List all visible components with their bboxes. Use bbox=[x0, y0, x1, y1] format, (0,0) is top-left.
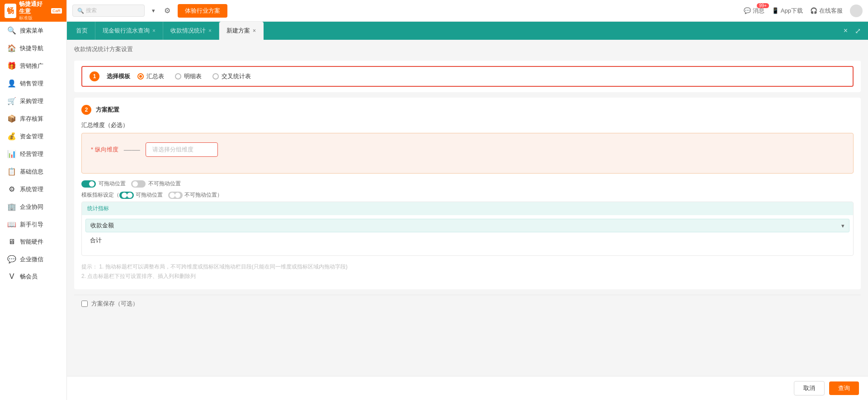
metrics-body: 收款金额 ▾ 合计 bbox=[82, 215, 853, 249]
tips-section: 提示： 1. 拖动标题栏可以调整布局，不可跨维度或指标区域拖动栏目段(只能在同一… bbox=[81, 263, 854, 280]
step1-num: 1 bbox=[90, 71, 99, 81]
tabs-bar: 首页 现金银行流水查询 × 收款情况统计 × 新建方案 × × ⤢ bbox=[67, 22, 868, 40]
tab-close-cashbank[interactable]: × bbox=[152, 28, 156, 34]
message-button[interactable]: 💬 消息 99+ bbox=[744, 7, 764, 15]
radio-detail[interactable]: 明细表 bbox=[175, 72, 202, 80]
chat-icon: 💬 bbox=[7, 255, 16, 264]
sidebar-menu: 🔍 搜索菜单 🏠 快捷导航 🎁 营销推广 👤 销售管理 🛒 采购管理 📦 库存核… bbox=[0, 22, 66, 400]
tab-receipts[interactable]: 收款情况统计 × bbox=[163, 22, 219, 40]
step1-row: 1 选择模板 汇总表 明细表 bbox=[90, 71, 251, 81]
metrics-dropdown-icon[interactable]: ▾ bbox=[841, 222, 844, 229]
metrics-cell-sub: 合计 bbox=[85, 234, 849, 247]
building-icon: 🏢 bbox=[7, 202, 16, 211]
list-icon: 📋 bbox=[7, 167, 16, 176]
dimension-row: * 纵向维度 —— 请选择分组维度 bbox=[91, 142, 844, 157]
chart-icon: 📊 bbox=[7, 150, 16, 158]
search-icon: 🔍 bbox=[7, 26, 16, 35]
tab-close-receipts[interactable]: × bbox=[208, 28, 212, 34]
immovable-badge bbox=[131, 180, 146, 188]
sidebar-logo: 畅 畅捷通好生意 标准版 CaR bbox=[0, 0, 66, 22]
dim-row-label: * 纵向维度 bbox=[91, 146, 118, 154]
content-inner: 收款情况统计方案设置 1 选择模板 汇总表 bbox=[67, 40, 868, 376]
vip-icon: V bbox=[7, 273, 16, 281]
footer-bar: 方案保存（可选） bbox=[74, 295, 861, 312]
sidebar-item-wechat[interactable]: 💬 企业微信 bbox=[0, 250, 66, 268]
dropdown-arrow[interactable]: ▾ bbox=[150, 5, 157, 16]
topbar: 🔍 搜索 ▾ ⚙ 体验行业方案 💬 消息 99+ 📱 App下载 🎧 在线客服 bbox=[67, 0, 868, 22]
tab-close-all[interactable]: × bbox=[842, 25, 849, 37]
metrics-subsection: 可拖动位置 不可拖动位置 模板指标设定（ 可拖动位置 不可拖动位置） 统计指标 … bbox=[81, 180, 854, 256]
gear-icon: ⚙ bbox=[7, 185, 16, 193]
sidebar-item-inventory[interactable]: 📦 库存核算 bbox=[0, 110, 66, 127]
sidebar-item-hardware[interactable]: 🖥 智能硬件 bbox=[0, 233, 66, 250]
page-title: 收款情况统计方案设置 bbox=[74, 45, 861, 53]
sidebar-item-guide[interactable]: 📖 新手引导 bbox=[0, 216, 66, 233]
logo-text: 畅捷通好生意 标准版 bbox=[19, 0, 48, 21]
content-area: 收款情况统计方案设置 1 选择模板 汇总表 bbox=[67, 40, 868, 400]
sidebar-item-basic[interactable]: 📋 基础信息 bbox=[0, 163, 66, 180]
dim-arrow-icon: —— bbox=[124, 145, 140, 155]
step1-section: 1 选择模板 汇总表 明细表 bbox=[74, 61, 861, 92]
bottom-bar: 取消 查询 bbox=[67, 376, 868, 400]
tab-newplan[interactable]: 新建方案 × bbox=[219, 22, 264, 40]
settings-icon[interactable]: ⚙ bbox=[162, 5, 172, 17]
sidebar-item-marketing[interactable]: 🎁 营销推广 bbox=[0, 57, 66, 75]
sidebar-item-search[interactable]: 🔍 搜索菜单 bbox=[0, 22, 66, 39]
radio-circle-summary bbox=[137, 73, 144, 80]
template-box: 1 选择模板 汇总表 明细表 bbox=[81, 66, 854, 87]
step2-label: 方案配置 bbox=[96, 106, 119, 114]
tab-close-newplan[interactable]: × bbox=[253, 28, 256, 34]
user-icon: 👤 bbox=[7, 79, 16, 88]
message-icon: 💬 bbox=[744, 7, 751, 14]
dim-title: 汇总维度（必选） bbox=[81, 121, 854, 129]
sidebar-item-system[interactable]: ⚙ 系统管理 bbox=[0, 180, 66, 198]
user-avatar[interactable] bbox=[850, 5, 863, 17]
search-icon: 🔍 bbox=[77, 8, 84, 14]
save-label: 方案保存（可选） bbox=[91, 300, 138, 308]
gift-icon: 🎁 bbox=[7, 61, 16, 70]
topbar-right: 💬 消息 99+ 📱 App下载 🎧 在线客服 bbox=[744, 5, 863, 17]
search-box[interactable]: 🔍 搜索 bbox=[72, 5, 145, 17]
step1-label: 选择模板 bbox=[107, 72, 130, 80]
template-options: 汇总表 明细表 交叉统计表 bbox=[137, 72, 251, 80]
tab-cashbank[interactable]: 现金银行流水查询 × bbox=[95, 22, 163, 40]
save-checkbox[interactable] bbox=[81, 301, 88, 307]
movable-badge bbox=[81, 180, 96, 188]
sidebar-item-sales[interactable]: 👤 销售管理 bbox=[0, 75, 66, 92]
query-button[interactable]: 查询 bbox=[829, 381, 859, 395]
dim-subsection: 汇总维度（必选） * 纵向维度 —— 请选择分组维度 bbox=[81, 121, 854, 174]
sidebar-item-corp[interactable]: 🏢 企业协同 bbox=[0, 198, 66, 216]
immovable-hint: 不可拖动位置 bbox=[131, 180, 181, 188]
tip-1: 提示： 1. 拖动标题栏可以调整布局，不可跨维度或指标区域拖动栏目段(只能在同一… bbox=[81, 263, 854, 271]
home-icon: 🏠 bbox=[7, 44, 16, 52]
metrics-hint-row: 可拖动位置 不可拖动位置 bbox=[81, 180, 854, 188]
message-badge: 99+ bbox=[757, 3, 769, 8]
step2-section: 2 方案配置 汇总维度（必选） * 纵向维度 —— 请选择分组维度 bbox=[74, 98, 861, 289]
tab-expand[interactable]: ⤢ bbox=[853, 25, 863, 37]
support-icon: 🎧 bbox=[810, 7, 817, 14]
sidebar-item-purchase[interactable]: 🛒 采购管理 bbox=[0, 92, 66, 110]
tip-2: 2. 点击标题栏下拉可设置排序、插入列和删除列 bbox=[81, 273, 854, 280]
tab-home[interactable]: 首页 bbox=[69, 22, 95, 40]
sidebar-item-operation[interactable]: 📊 经营管理 bbox=[0, 145, 66, 163]
tabs-actions: × ⤢ bbox=[842, 25, 866, 37]
main-area: 🔍 搜索 ▾ ⚙ 体验行业方案 💬 消息 99+ 📱 App下载 🎧 在线客服 bbox=[67, 0, 868, 400]
download-button[interactable]: 📱 App下载 bbox=[772, 7, 803, 15]
metrics-container: 统计指标 收款金额 ▾ 合计 bbox=[81, 202, 854, 256]
radio-summary[interactable]: 汇总表 bbox=[137, 72, 164, 80]
cancel-button[interactable]: 取消 bbox=[794, 381, 825, 395]
trial-button[interactable]: 体验行业方案 bbox=[178, 4, 227, 18]
dim-selector[interactable]: 请选择分组维度 bbox=[146, 142, 218, 157]
sidebar-item-vip[interactable]: V 畅会员 bbox=[0, 268, 66, 285]
logo-badge: CaR bbox=[51, 8, 62, 14]
metrics-cell-amount[interactable]: 收款金额 ▾ bbox=[85, 219, 849, 232]
support-button[interactable]: 🎧 在线客服 bbox=[810, 7, 843, 15]
sidebar-item-quicknav[interactable]: 🏠 快捷导航 bbox=[0, 39, 66, 57]
download-icon: 📱 bbox=[772, 7, 779, 14]
radio-cross[interactable]: 交叉统计表 bbox=[212, 72, 251, 80]
sidebar-item-finance[interactable]: 💰 资金管理 bbox=[0, 127, 66, 145]
monitor-icon: 🖥 bbox=[7, 238, 16, 246]
book-icon: 📖 bbox=[7, 220, 16, 229]
money-icon: 💰 bbox=[7, 132, 16, 141]
metrics-header: 统计指标 bbox=[82, 202, 853, 215]
